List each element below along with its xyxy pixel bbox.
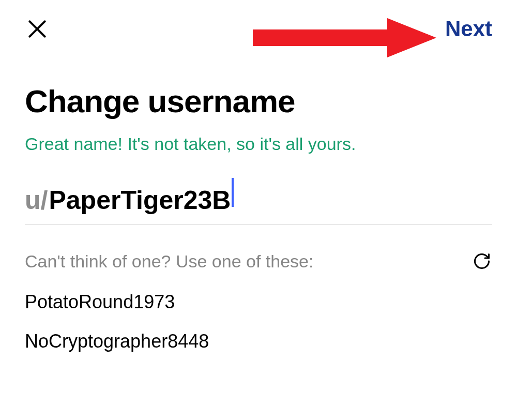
suggestions-label: Can't think of one? Use one of these: [25,251,313,272]
page-title: Change username [25,83,492,119]
text-cursor [232,178,234,207]
next-button[interactable]: Next [445,17,492,41]
refresh-suggestions-button[interactable] [472,251,492,272]
username-input[interactable]: u/ PaperTiger23B [25,180,492,225]
username-prefix: u/ [25,185,48,215]
suggestion-item[interactable]: PotatoRound1973 [25,291,492,313]
username-value: PaperTiger23B [49,185,231,215]
close-button[interactable] [25,17,50,41]
refresh-icon [473,252,491,271]
status-message: Great name! It's not taken, so it's all … [25,134,492,154]
suggestion-item[interactable]: NoCryptographer8448 [25,331,492,352]
close-icon [26,18,49,40]
